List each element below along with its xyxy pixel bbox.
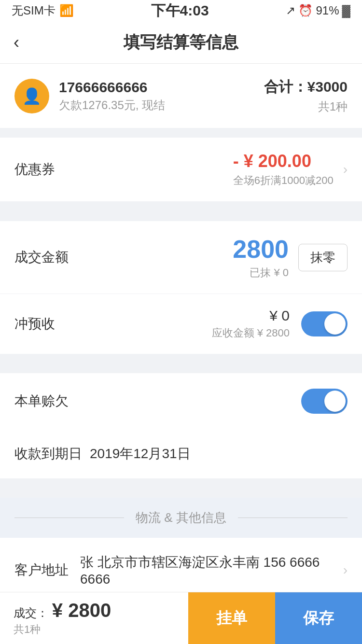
bottom-total-line: 成交： ¥ 2800 xyxy=(14,600,175,621)
pre-receive-label: 冲预收 xyxy=(14,315,55,333)
debt-row: 本单赊欠 xyxy=(0,373,362,429)
debt-card: 本单赊欠 收款到期日 2019年12月31日 xyxy=(0,373,362,478)
duedate-value: 2019年12月31日 xyxy=(90,445,191,463)
deal-amount-label: 成交金额 xyxy=(14,248,69,266)
pre-receive-sub: 应收金额 ¥ 2800 xyxy=(212,326,290,340)
discount-value-block: - ¥ 200.00 全场6折满1000减200 xyxy=(233,151,334,188)
discount-right: - ¥ 200.00 全场6折满1000减200 › xyxy=(233,151,348,188)
logistics-line-right xyxy=(238,518,348,518)
battery-icon: ▓ xyxy=(342,4,350,17)
pre-receive-right: ¥ 0 应收金额 ¥ 2800 xyxy=(212,308,348,340)
discount-amount: - ¥ 200.00 xyxy=(233,151,334,171)
logistics-line-left xyxy=(14,518,124,518)
back-button[interactable]: ‹ xyxy=(14,32,19,53)
section-divider-3 xyxy=(0,488,362,498)
customer-subtext: 欠款1276.35元, 现结 xyxy=(59,98,165,113)
wifi-icon: 📶 xyxy=(59,4,74,17)
deal-amount-block: 2800 已抹 ¥ 0 xyxy=(233,235,289,280)
toggle-knob xyxy=(324,313,346,335)
content-area: 👤 17666666666 欠款1276.35元, 现结 合计：¥3000 共1… xyxy=(0,64,362,644)
customer-phone: 17666666666 xyxy=(59,79,165,96)
deal-amount-right: 2800 已抹 ¥ 0 抹零 xyxy=(233,235,348,280)
page-title: 填写结算等信息 xyxy=(124,31,238,54)
address-value: 张 北京市市辖区海淀区永丰南 156 6666 6666 xyxy=(80,553,343,587)
section-divider-2 xyxy=(0,364,362,373)
deal-amount-sub: 已抹 ¥ 0 xyxy=(233,266,289,280)
alarm-icon: ⏰ xyxy=(298,4,313,17)
bottom-bar: 成交： ¥ 2800 共1种 挂单 保存 xyxy=(0,592,362,644)
customer-right: 合计：¥3000 共1种 xyxy=(264,77,348,114)
address-label: 客户地址 xyxy=(14,561,69,579)
address-chevron-icon: › xyxy=(343,562,348,578)
deal-amount-card: 成交金额 2800 已抹 ¥ 0 抹零 冲预收 ¥ 0 应收金额 ¥ 2800 xyxy=(0,221,362,354)
bottom-summary: 成交： ¥ 2800 共1种 xyxy=(0,600,188,637)
status-bar: 无SIM卡 📶 下午4:03 ↗ ⏰ 91% ▓ xyxy=(0,0,362,21)
pre-receive-row: 冲预收 ¥ 0 应收金额 ¥ 2800 xyxy=(0,294,362,354)
pending-button[interactable]: 挂单 xyxy=(188,592,275,644)
pre-receive-amount: ¥ 0 xyxy=(212,308,290,324)
battery-level: 91% xyxy=(316,4,339,17)
nav-bar: ‹ 填写结算等信息 xyxy=(0,21,362,64)
bottom-summary-value: ¥ 2800 xyxy=(52,600,111,621)
sim-status: 无SIM卡 xyxy=(12,3,56,18)
discount-subtext: 全场6折满1000减200 xyxy=(233,173,334,188)
bottom-summary-label: 成交： xyxy=(14,606,48,619)
logistics-label: 物流 & 其他信息 xyxy=(136,509,226,526)
status-left: 无SIM卡 📶 xyxy=(12,3,74,18)
pre-receive-toggle[interactable] xyxy=(301,311,348,336)
status-time: 下午4:03 xyxy=(151,1,209,21)
discount-label: 优惠券 xyxy=(14,160,55,179)
section-divider-1 xyxy=(0,211,362,221)
discount-row[interactable]: 优惠券 - ¥ 200.00 全场6折满1000减200 › xyxy=(0,138,362,202)
debt-toggle[interactable] xyxy=(301,389,348,414)
debt-label: 本单赊欠 xyxy=(14,392,69,410)
total-count: 共1种 xyxy=(264,99,348,114)
customer-row: 👤 17666666666 欠款1276.35元, 现结 合计：¥3000 共1… xyxy=(0,64,362,128)
customer-left: 👤 17666666666 欠款1276.35元, 现结 xyxy=(14,79,165,113)
total-amount: 合计：¥3000 xyxy=(264,77,348,97)
chevron-right-icon: › xyxy=(343,162,348,177)
pre-amount-block: ¥ 0 应收金额 ¥ 2800 xyxy=(212,308,290,340)
logistics-section-header: 物流 & 其他信息 xyxy=(0,498,362,538)
duedate-row: 收款到期日 2019年12月31日 xyxy=(0,429,362,478)
deal-amount-row: 成交金额 2800 已抹 ¥ 0 抹零 xyxy=(0,221,362,294)
avatar: 👤 xyxy=(14,79,49,113)
bottom-count: 共1种 xyxy=(14,622,175,637)
customer-info: 17666666666 欠款1276.35元, 现结 xyxy=(59,79,165,113)
location-icon: ↗ xyxy=(286,4,295,17)
debt-toggle-knob xyxy=(324,391,346,412)
duedate-label: 收款到期日 xyxy=(14,445,82,463)
save-button[interactable]: 保存 xyxy=(275,592,362,644)
status-right: ↗ ⏰ 91% ▓ xyxy=(286,4,350,17)
customer-card: 👤 17666666666 欠款1276.35元, 现结 合计：¥3000 共1… xyxy=(0,64,362,128)
discount-card: 优惠券 - ¥ 200.00 全场6折满1000减200 › xyxy=(0,138,362,202)
deal-amount-value: 2800 xyxy=(233,235,289,264)
round-button[interactable]: 抹零 xyxy=(298,244,348,271)
